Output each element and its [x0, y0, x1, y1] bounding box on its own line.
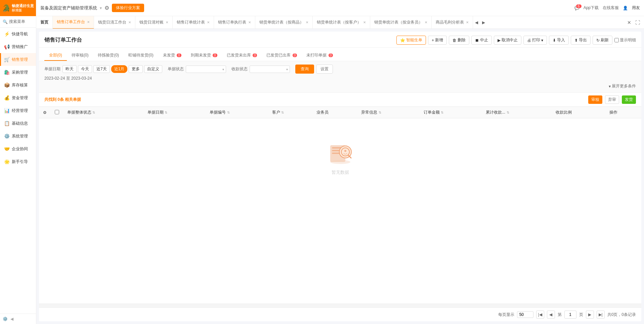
tab-next-btn[interactable]: ▶ [480, 20, 487, 25]
sort-icon-accumulated[interactable]: ⇅ [507, 111, 509, 114]
col-staff: 业务员 [312, 107, 357, 118]
tab-maximize-btn[interactable]: ⛶ [634, 20, 641, 25]
tab-close-icon3[interactable]: ✕ [166, 21, 168, 24]
message-btn[interactable]: 💬 6 [574, 6, 579, 10]
tab-close-icon6[interactable]: ✕ [306, 21, 308, 24]
sidebar-item-basic-info[interactable]: 📋 基础信息 [0, 117, 36, 130]
date-1month-btn[interactable]: 近1月 [111, 65, 128, 73]
tab-sales-customer[interactable]: 销货单统计表（按客户） ✕ [313, 16, 370, 29]
sidebar-item-enterprise[interactable]: 🤝 企业协同 [0, 143, 36, 155]
sort-icon-customer[interactable]: ⇅ [281, 111, 284, 114]
date-filter: 单据日期 昨天 今天 近7天 近1月 更多 自定义 [44, 65, 162, 73]
show-detail-input[interactable] [614, 38, 619, 42]
page-next-btn[interactable]: ▶ [586, 311, 594, 319]
page-input[interactable] [564, 311, 576, 319]
tab-close-icon5[interactable]: ✕ [248, 21, 251, 24]
date-more-btn[interactable]: 更多 [129, 65, 143, 73]
content-area: 销售订单工作台 ⭐ 智能生单 + 新增 🗑 删除 ⏹ [36, 29, 644, 324]
collapse-icon[interactable]: ◀ [10, 317, 13, 321]
date-7days-btn[interactable]: 近7天 [93, 65, 110, 73]
settings-icon[interactable]: ⚙️ [3, 317, 8, 321]
delete-btn[interactable]: 🗑 删除 [449, 36, 469, 45]
tab-sales-product[interactable]: 销货单统计表（按商品） ✕ [255, 16, 313, 29]
online-service-btn[interactable]: 在线客服 [603, 5, 619, 11]
sort-icon-anomaly[interactable]: ⇅ [379, 111, 381, 114]
tab-home[interactable]: 首页 [36, 16, 53, 29]
sort-icon-amount[interactable]: ⇅ [441, 111, 443, 114]
date-yesterday-btn[interactable]: 昨天 [62, 65, 77, 73]
sidebar-item-guide[interactable]: 🌟 新手引导 [0, 155, 36, 168]
refresh-btn[interactable]: ↻ 刷新 [593, 36, 612, 45]
cancel-suspend-btn[interactable]: ▶ 取消中止 [494, 36, 521, 45]
tab-close-icon4[interactable]: ✕ [207, 21, 210, 24]
set-btn[interactable]: 设置 [316, 65, 333, 74]
sidebar-item-operations[interactable]: 📊 经营管理 [0, 104, 36, 117]
tab-prev-btn[interactable]: ◀ [473, 20, 480, 25]
audit-btn[interactable]: 审核 [588, 95, 602, 104]
sidebar-item-marketing[interactable]: 📢 营销推广 [0, 40, 36, 53]
date-today-btn[interactable]: 今天 [78, 65, 92, 73]
search-menu[interactable]: 🔍 搜索菜单 [0, 16, 36, 28]
tab-sales-staff[interactable]: 销货单统计表（按业务员） ✕ [370, 16, 432, 29]
query-btn[interactable]: 查询 [295, 65, 314, 74]
dropdown-arrow-icon[interactable]: ▾ [100, 6, 102, 10]
app-download-btn[interactable]: App下载 [584, 5, 599, 11]
date-custom-btn[interactable]: 自定义 [144, 65, 162, 73]
unaudit-btn[interactable]: 弃审 [605, 95, 619, 104]
expand-btn[interactable]: ▾ 展开更多条件 [609, 83, 636, 89]
status-select[interactable] [186, 66, 226, 73]
sidebar-item-finance[interactable]: 💰 资金管理 [0, 91, 36, 104]
print-btn[interactable]: 🖨 打印 ▾ [523, 36, 547, 45]
chevron-down-icon: ▾ [609, 84, 611, 89]
tab-close-all-btn[interactable]: ✕ [626, 20, 633, 25]
solution-btn[interactable]: 体验行业方案 [112, 4, 144, 12]
page-first-btn[interactable]: |◀ [536, 311, 544, 319]
suspend-btn[interactable]: ⏹ 中止 [471, 36, 492, 45]
tab-order-stats[interactable]: 销售订单统计表 ✕ [173, 16, 214, 29]
sub-tab-overdue-ship[interactable]: 到期未发货 0 [186, 50, 222, 61]
sidebar-item-sales[interactable]: 🛒 销售管理 [0, 53, 36, 66]
payment-select[interactable] [250, 66, 290, 73]
settings-topbar-icon[interactable]: ⚙ [104, 5, 109, 11]
page-size-select[interactable]: 50 20 100 [517, 311, 533, 318]
show-detail-checkbox[interactable]: 显示明细 [614, 37, 636, 43]
sub-tab-wangpu-ship[interactable]: 旺铺待发货(0) [124, 50, 158, 61]
tab-daily-clear[interactable]: 钱货日清工作台 ✕ [94, 16, 135, 29]
sub-tab-shipped-out[interactable]: 已发货已出库 0 [262, 50, 302, 61]
table-scroll[interactable]: ⚙ 单据整体状态 ⇅ 单据日期 [39, 107, 641, 303]
new-btn[interactable]: + 新增 [428, 36, 447, 45]
sub-tab-all[interactable]: 全部(0) [44, 50, 67, 61]
tab-sales-customer-label: 销货单统计表（按客户） [317, 19, 361, 25]
tab-close-icon2[interactable]: ✕ [128, 21, 131, 24]
page-last-btn[interactable]: ▶| [597, 311, 605, 319]
sub-tab-shipped-not-out[interactable]: 已发货未出库 0 [222, 50, 262, 61]
select-all-checkbox[interactable] [55, 110, 59, 114]
sidebar-item-purchase[interactable]: 🛍️ 采购管理 [0, 66, 36, 79]
sub-tab-pending-inspect[interactable]: 待拣验货(0) [93, 50, 124, 61]
tab-gross-margin[interactable]: 商品毛利分析表 ✕ [432, 16, 473, 29]
import-btn[interactable]: ⬇ 导入 [549, 36, 569, 45]
tab-order-execute[interactable]: 销售订单执行表 ✕ [214, 16, 255, 29]
bottom-scroll[interactable] [39, 303, 641, 308]
tab-close-icon8[interactable]: ✕ [425, 21, 427, 24]
smart-create-btn[interactable]: ⭐ 智能生单 [396, 36, 426, 45]
tab-reconcile[interactable]: 钱货日清对账 ✕ [135, 16, 173, 29]
sort-icon-number[interactable]: ⇅ [227, 111, 230, 114]
sidebar-item-system[interactable]: ⚙️ 系统管理 [0, 130, 36, 143]
page-prev-btn[interactable]: ◀ [547, 311, 555, 319]
tab-close-icon9[interactable]: ✕ [466, 21, 469, 24]
sub-tab-pending-review[interactable]: 待审核(0) [67, 50, 93, 61]
sub-tab-unprinted[interactable]: 未打印单据 0 [302, 50, 338, 61]
tab-close-icon7[interactable]: ✕ [363, 21, 366, 24]
sort-icon-status[interactable]: ⇅ [92, 111, 95, 114]
ship-btn[interactable]: 发货 [622, 95, 636, 104]
sort-icon-date[interactable]: ⇅ [165, 111, 167, 114]
sub-tab-unshipped[interactable]: 未发货 0 [158, 50, 186, 61]
export-btn[interactable]: ⬆ 导出 [571, 36, 591, 45]
tab-sales-workbench[interactable]: 销售订单工作台 ✕ [53, 16, 94, 29]
sidebar-item-inventory[interactable]: 📦 库存核算 [0, 79, 36, 91]
sidebar-item-quick-nav[interactable]: ⚡ 快捷导航 [0, 28, 36, 40]
tab-close-icon[interactable]: ✕ [87, 20, 90, 24]
search-icon: 🔍 [3, 19, 8, 24]
column-settings-icon[interactable]: ⚙ [43, 110, 47, 115]
